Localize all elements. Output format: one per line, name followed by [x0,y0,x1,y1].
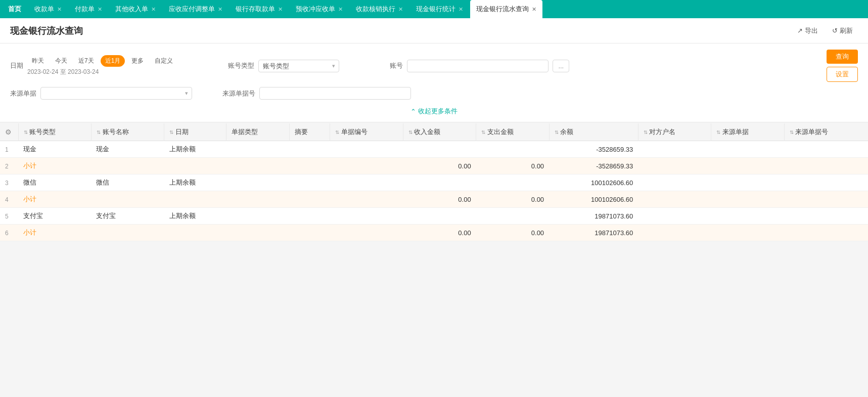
date-opt-today[interactable]: 今天 [51,55,72,67]
page-header: 现金银行流水查询 ↗ 导出 ↺ 刷新 [0,18,868,43]
filter-row-2: 来源单据 ▾ 来源单据号 [10,87,858,100]
th-date[interactable]: ⇅ 日期 [164,123,226,141]
cell-account-type: 支付宝 [18,208,91,225]
cell-counterparty [638,191,711,208]
close-icon[interactable]: ✕ [218,6,222,13]
cell-source-doc [711,174,784,191]
cell-balance: 100102606.60 [549,174,638,191]
cell-date: 上期余额 [164,141,226,158]
close-icon[interactable]: ✕ [532,6,536,13]
th-account-name[interactable]: ⇅ 账号名称 [91,123,164,141]
th-balance[interactable]: ⇅ 余额 [549,123,638,141]
query-button[interactable]: 查询 [827,50,858,64]
th-account-type[interactable]: ⇅ 账号类型 [18,123,91,141]
nav-tab-payment[interactable]: 付款单 ✕ [69,0,108,18]
cell-account-type: 小计 [18,158,91,174]
cell-expense: 0.00 [476,191,549,208]
cell-summary [289,158,330,174]
th-income[interactable]: ⇅ 收入金额 [403,123,476,141]
header-actions: ↗ 导出 ↺ 刷新 [792,24,858,37]
close-icon[interactable]: ✕ [338,6,343,13]
th-summary[interactable]: 摘要 [289,123,330,141]
th-doc-type[interactable]: 单据类型 [226,123,290,141]
cell-doc-type [226,158,290,174]
cell-date [164,225,226,241]
cell-expense [476,208,549,225]
nav-tab-other-income[interactable]: 其他收入单 ✕ [109,0,162,18]
cell-doc-no [330,191,403,208]
date-options: 昨天 今天 近7天 近1月 更多 自定义 2023-02-24 至 2023-0… [27,55,177,76]
close-icon[interactable]: ✕ [278,6,283,13]
gear-icon[interactable]: ⚙ [5,128,12,136]
th-counterparty[interactable]: ⇅ 对方户名 [638,123,711,141]
date-opt-custom[interactable]: 自定义 [150,55,177,67]
cell-account-name [91,158,164,174]
close-icon[interactable]: ✕ [459,6,463,13]
date-opt-yesterday[interactable]: 昨天 [27,55,49,67]
nav-tab-cash-bank-flow[interactable]: 现金银行流水查询 ✕ [470,0,542,18]
cell-doc-no [330,158,403,174]
cell-balance: -3528659.33 [549,141,638,158]
nav-tab-receipt[interactable]: 收款单 ✕ [28,0,68,18]
account-type-select[interactable]: 账号类型 [258,60,339,72]
nav-tab-advance-offset[interactable]: 预收冲应收单 ✕ [290,0,349,18]
cell-expense: 0.00 [476,225,549,241]
account-input[interactable] [407,60,549,72]
cell-balance: 19871073.60 [549,225,638,241]
cell-source-doc-no [784,174,868,191]
date-range-display: 2023-02-24 至 2023-03-24 [27,68,177,76]
close-icon[interactable]: ✕ [57,6,62,13]
page-title: 现金银行流水查询 [10,25,83,37]
settings-button[interactable]: 设置 [827,67,858,82]
cell-account-name [91,191,164,208]
cell-account-name: 现金 [91,141,164,158]
cell-date [164,158,226,174]
source-doc-no-label: 来源单据号 [222,89,255,98]
cell-summary [289,191,330,208]
export-button[interactable]: ↗ 导出 [792,24,823,37]
cell-doc-type [226,141,290,158]
nav-tab-receipt-verify[interactable]: 收款核销执行 ✕ [350,0,409,18]
date-opt-1month[interactable]: 近1月 [101,55,125,67]
cell-counterparty [638,208,711,225]
date-opt-more[interactable]: 更多 [127,55,148,67]
cell-source-doc-no [784,191,868,208]
nav-tab-home[interactable]: 首页 [2,0,27,18]
nav-tab-bank-deposit[interactable]: 银行存取款单 ✕ [230,0,289,18]
chevron-up-icon: ⌃ [410,108,416,115]
cell-account-type: 现金 [18,141,91,158]
date-opt-7days[interactable]: 近7天 [74,55,99,67]
nav-tab-ar-ap-adjust[interactable]: 应收应付调整单 ✕ [163,0,229,18]
cell-income [403,174,476,191]
filter-area: 日期 昨天 今天 近7天 近1月 更多 自定义 2023-02-24 至 202… [0,43,868,122]
collapse-bar[interactable]: ⌃ 收起更多条件 [10,105,858,118]
nav-tab-cash-bank-stats[interactable]: 现金银行统计 ✕ [410,0,469,18]
close-icon[interactable]: ✕ [398,6,403,13]
th-source-doc[interactable]: ⇅ 来源单据 [711,123,784,141]
source-doc-no-input[interactable] [259,87,411,100]
th-gear[interactable]: ⚙ [0,123,18,141]
source-doc-select[interactable] [40,87,192,100]
account-ellipsis-button[interactable]: ... [553,60,569,72]
account-label: 账号 [390,61,403,70]
cell-account-type: 小计 [18,225,91,241]
cell-summary [289,225,330,241]
cell-summary [289,174,330,191]
table-row: 4 小计 0.00 0.00 100102606.60 [0,191,868,208]
cell-date [164,191,226,208]
source-doc-filter: 来源单据 ▾ [10,87,192,100]
close-icon[interactable]: ✕ [151,6,156,13]
cell-source-doc [711,158,784,174]
cell-summary [289,141,330,158]
th-expense[interactable]: ⇅ 支出金额 [476,123,549,141]
cell-income [403,208,476,225]
cell-income: 0.00 [403,225,476,241]
refresh-button[interactable]: ↺ 刷新 [827,24,858,37]
close-icon[interactable]: ✕ [98,6,102,13]
refresh-icon: ↺ [832,27,838,34]
cell-source-doc-no [784,141,868,158]
cell-expense: 0.00 [476,158,549,174]
th-source-doc-no[interactable]: ⇅ 来源单据号 [784,123,868,141]
cell-doc-no [330,208,403,225]
th-doc-no[interactable]: ⇅ 单据编号 [330,123,403,141]
